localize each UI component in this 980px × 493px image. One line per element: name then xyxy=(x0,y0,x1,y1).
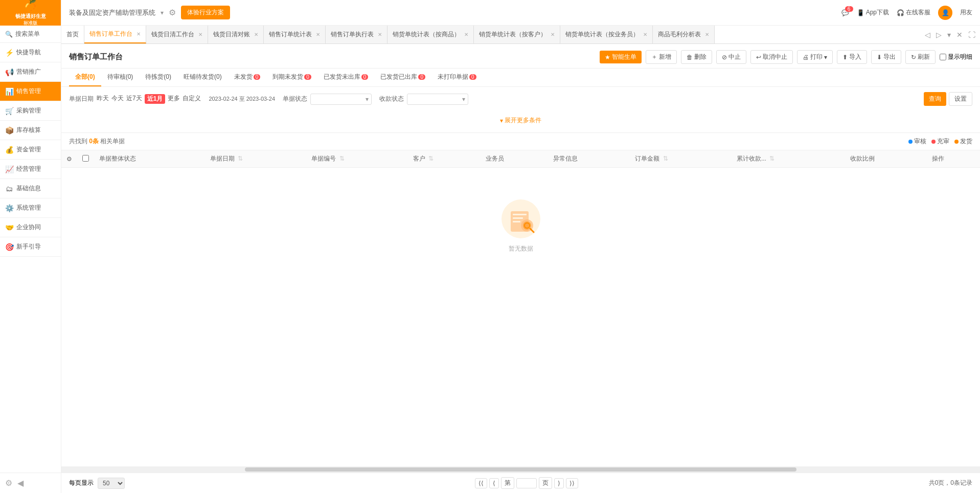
page-next-btn[interactable]: ⟩ xyxy=(554,478,564,488)
sidebar-item-inventory[interactable]: 📦 库存核算 xyxy=(0,121,61,140)
subtab-shipped-out[interactable]: 已发货已出库0 xyxy=(374,69,431,86)
sidebar-item-guide[interactable]: 🎯 新手引导 xyxy=(0,237,61,257)
tab-close-icon[interactable]: ✕ xyxy=(378,32,382,37)
date-opt-1month[interactable]: 近1月 xyxy=(145,94,166,104)
tab-consign-customer[interactable]: 销货单统计表（按客户） ✕ xyxy=(474,26,560,43)
cancel-stop-btn[interactable]: ↩ 取消中止 xyxy=(750,50,793,64)
tab-scroll-right-icon[interactable]: ▷ xyxy=(934,30,944,40)
horizontal-scrollbar[interactable] xyxy=(61,466,980,473)
sidebar-item-search[interactable]: 🔍 搜索菜单 xyxy=(0,26,61,43)
stop-icon: ⊘ xyxy=(722,54,727,61)
col-received: 累计收款... ⇅ xyxy=(732,150,845,168)
show-detail-checkbox[interactable] xyxy=(940,54,946,60)
date-opt-7days[interactable]: 近7天 xyxy=(126,94,142,104)
page-last-btn[interactable]: ⟩⟩ xyxy=(566,478,578,488)
tab-close-icon[interactable]: ✕ xyxy=(254,32,258,37)
tab-close-all-icon[interactable]: ✕ xyxy=(954,30,965,40)
tab-sales-order-workbench[interactable]: 销售订单工作台 ✕ xyxy=(84,26,146,43)
sidebar-item-enterprise[interactable]: 🤝 企业协同 xyxy=(0,218,61,237)
date-opt-today[interactable]: 今天 xyxy=(111,94,124,104)
subtab-shipped-not-out[interactable]: 已发货未出库0 xyxy=(317,69,375,86)
date-opt-custom[interactable]: 自定义 xyxy=(183,94,201,104)
subtab-wangpu[interactable]: 旺铺待发货(0) xyxy=(177,69,228,86)
table-result-info: 共找到 0条 相关单据 xyxy=(69,137,125,146)
subtab-expired-not-shipped[interactable]: 到期未发货0 xyxy=(266,69,317,86)
expand-btn[interactable]: ▾ 展开更多条件 xyxy=(500,114,541,127)
date-opt-yesterday[interactable]: 昨天 xyxy=(97,94,109,104)
sidebar-item-purchase[interactable]: 🛒 采购管理 xyxy=(0,101,61,121)
tab-close-icon[interactable]: ✕ xyxy=(705,32,709,37)
status-select[interactable] xyxy=(310,94,372,105)
page-prev-btn[interactable]: ⟨ xyxy=(489,478,499,488)
sidebar-item-sales[interactable]: 📊 销售管理 xyxy=(0,82,61,101)
table-scroll[interactable]: ⚙ 单据整体状态 单据日期 ⇅ 单据编号 ⇅ xyxy=(61,150,980,466)
number-sort-icon[interactable]: ⇅ xyxy=(339,155,345,162)
tab-cash-daily[interactable]: 钱货日清工作台 ✕ xyxy=(146,26,208,43)
notification-btn[interactable]: 💬 6 xyxy=(841,9,849,16)
sidebar-item-marketing[interactable]: 📢 营销推广 xyxy=(0,62,61,82)
import-btn[interactable]: ⬆ 导入 xyxy=(837,50,867,64)
system-dropdown-icon[interactable]: ▾ xyxy=(161,9,164,16)
sidebar-item-label: 营销推广 xyxy=(16,68,41,76)
ship-bulk-btn[interactable]: 发货 xyxy=(954,137,972,146)
subtab-pending-review[interactable]: 待审核(0) xyxy=(101,69,140,86)
subtab-pending-check[interactable]: 待拣货(0) xyxy=(139,69,177,86)
unreviewed-bulk-btn[interactable]: 充审 xyxy=(931,137,949,146)
tab-close-icon[interactable]: ✕ xyxy=(551,32,555,37)
tab-consign-salesman[interactable]: 销货单统计表（按业务员） ✕ xyxy=(560,26,653,43)
scrollbar-thumb[interactable] xyxy=(245,467,796,472)
tab-close-icon[interactable]: ✕ xyxy=(464,32,468,37)
date-opt-more[interactable]: 更多 xyxy=(168,94,180,104)
sidebar-item-basic-info[interactable]: 🗂 基础信息 xyxy=(0,179,61,198)
tab-close-icon[interactable]: ✕ xyxy=(198,32,202,37)
subtab-not-shipped[interactable]: 未发货0 xyxy=(228,69,267,86)
select-all-checkbox[interactable] xyxy=(82,155,89,162)
column-settings[interactable]: ⚙ xyxy=(61,150,77,168)
sidebar-item-system[interactable]: ⚙️ 系统管理 xyxy=(0,198,61,218)
sidebar-item-operations[interactable]: 📈 经营管理 xyxy=(0,160,61,179)
sidebar-item-quick-nav[interactable]: ⚡ 快捷导航 xyxy=(0,43,61,62)
date-sort-icon[interactable]: ⇅ xyxy=(238,155,243,162)
tab-consign-product[interactable]: 销货单统计表（按商品） ✕ xyxy=(388,26,474,43)
smart-create-btn[interactable]: ★ 智能生单 xyxy=(600,51,642,63)
amount-sort-icon[interactable]: ⇅ xyxy=(663,155,668,162)
per-page-select[interactable]: 50 100 xyxy=(98,478,125,489)
ship-dot xyxy=(954,140,959,144)
review-bulk-btn[interactable]: 审核 xyxy=(908,137,926,146)
tab-sales-stats[interactable]: 销售订单统计表 ✕ xyxy=(264,26,326,43)
stop-btn[interactable]: ⊘ 中止 xyxy=(716,50,746,64)
query-btn[interactable]: 查询 xyxy=(924,92,946,106)
industry-btn[interactable]: 体验行业方案 xyxy=(181,6,230,19)
add-btn[interactable]: ＋ 新增 xyxy=(646,50,677,64)
payment-select[interactable] xyxy=(407,94,468,105)
tab-product-margin[interactable]: 商品毛利分析表 ✕ xyxy=(653,26,715,43)
tab-sales-exec[interactable]: 销售订单执行表 ✕ xyxy=(326,26,388,43)
page-first-btn[interactable]: ⟨⟨ xyxy=(475,478,487,488)
tab-more-icon[interactable]: ▾ xyxy=(945,30,953,40)
export-btn[interactable]: ⬇ 导出 xyxy=(871,50,901,64)
online-service-btn[interactable]: 🎧 在线客服 xyxy=(897,8,930,17)
subtab-not-printed[interactable]: 未打印单据0 xyxy=(431,69,483,86)
tab-close-icon[interactable]: ✕ xyxy=(316,32,320,37)
customer-sort-icon[interactable]: ⇅ xyxy=(428,155,434,162)
tab-cash-account[interactable]: 钱货日清对账 ✕ xyxy=(208,26,264,43)
page-input[interactable]: 1 xyxy=(516,478,537,488)
settings-icon[interactable]: ⚙ xyxy=(5,478,12,488)
tab-close-icon[interactable]: ✕ xyxy=(136,31,141,37)
sidebar-item-finance[interactable]: 💰 资金管理 xyxy=(0,140,61,160)
received-sort-icon[interactable]: ⇅ xyxy=(769,155,774,162)
print-btn[interactable]: 🖨 打印 ▾ xyxy=(797,50,833,64)
tab-fullscreen-icon[interactable]: ⛶ xyxy=(966,30,977,40)
delete-btn[interactable]: 🗑 删除 xyxy=(681,50,712,64)
refresh-btn[interactable]: ↻ 刷新 xyxy=(905,50,936,64)
tab-home[interactable]: 首页 xyxy=(61,26,84,43)
user-avatar[interactable]: 👤 xyxy=(938,6,952,20)
tab-scroll-left-icon[interactable]: ◁ xyxy=(923,30,932,40)
settings-filter-btn[interactable]: 设置 xyxy=(949,92,972,106)
subtab-all[interactable]: 全部(0) xyxy=(69,69,101,86)
topbar-settings-icon[interactable]: ⚙ xyxy=(169,8,176,17)
collapse-icon[interactable]: ◀ xyxy=(17,478,24,488)
print-dropdown-icon: ▾ xyxy=(824,54,827,61)
tab-close-icon[interactable]: ✕ xyxy=(643,32,647,37)
app-download-btn[interactable]: 📱 App下载 xyxy=(857,8,889,17)
